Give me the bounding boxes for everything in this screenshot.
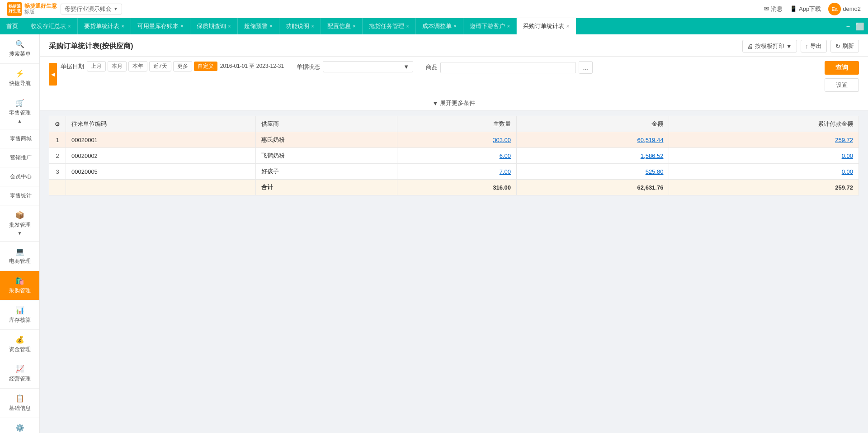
tab-label: 拖货任务管理 <box>369 22 404 30</box>
table-row[interactable]: 1 00020001 惠氏奶粉 303.00 60,519.44 259.72 <box>49 132 859 148</box>
app-icon: 📱 <box>790 5 797 12</box>
sidebar-item-label: 资金管理 <box>9 346 31 353</box>
table-container: ⚙ 往来单位编码 供应商 主数量 金额 累计付款金额 1 00020001 惠氏… <box>40 110 868 433</box>
app-download-button[interactable]: 📱 App下载 <box>790 5 821 13</box>
sidebar-item-label: 快捷导航 <box>9 80 31 87</box>
goods-input[interactable] <box>440 62 576 73</box>
tab-close-icon[interactable]: × <box>507 23 510 29</box>
print-icon: 🖨 <box>747 43 753 50</box>
tab-close-icon[interactable]: × <box>269 23 273 29</box>
tab-close-icon[interactable]: × <box>453 23 457 29</box>
filter-collapse-button[interactable]: ◀ <box>49 63 57 86</box>
tab-close-icon[interactable]: × <box>406 23 409 29</box>
tab-label: 要货单统计表 <box>84 22 119 30</box>
tab-chengben[interactable]: 成本调整单 × <box>416 18 463 34</box>
row-index: 3 <box>49 164 66 180</box>
query-button[interactable]: 查询 <box>825 61 859 75</box>
sidebar-item-basic[interactable]: 📋 基础信息 <box>0 389 39 418</box>
settings-button[interactable]: 设置 <box>825 78 859 92</box>
row-paid[interactable]: 0.00 <box>669 164 859 180</box>
date-btn-last-month[interactable]: 上月 <box>87 61 106 71</box>
basic-icon: 📋 <box>15 394 24 403</box>
sidebar: 🔍 搜索菜单 ⚡ 快捷导航 🛒 零售管理 ▲ 零售商城 营销推广 会员中心 零售… <box>0 34 40 433</box>
message-button[interactable]: ✉ 消息 <box>764 5 783 13</box>
tab-close-icon[interactable]: × <box>353 23 356 29</box>
tab-home[interactable]: 首页 <box>0 18 24 34</box>
template-print-button[interactable]: 🖨 按模板打印 ▼ <box>742 40 797 52</box>
tab-peizhi[interactable]: 配置信息 × <box>321 18 363 34</box>
table-row[interactable]: 2 00020002 飞鹤奶粉 6.00 1,586.52 0.00 <box>49 148 859 164</box>
tab-close-icon[interactable]: × <box>311 23 314 29</box>
tab-label: 配置信息 <box>327 22 351 30</box>
row-qty[interactable]: 7.00 <box>397 164 517 180</box>
user-menu[interactable]: Ea demo2 <box>828 3 861 15</box>
row-amount[interactable]: 525.80 <box>516 164 669 180</box>
table-row[interactable]: 3 00020005 好孩子 7.00 525.80 0.00 <box>49 164 859 180</box>
content-area: 采购订单统计表(按供应商) 🖨 按模板打印 ▼ ↑ 导出 ↻ 刷新 <box>40 34 868 433</box>
chevron-down-icon: ▼ <box>113 6 118 11</box>
date-btn-more[interactable]: 更多 <box>173 61 192 71</box>
tab-close-icon[interactable]: × <box>566 23 569 29</box>
workspace-name: 母婴行业演示账套 <box>65 5 112 13</box>
row-qty[interactable]: 303.00 <box>397 132 517 148</box>
tab-keyongliang[interactable]: 可用量库存账本 × <box>131 18 190 34</box>
expand-label: 展开更多条件 <box>440 99 475 107</box>
row-paid[interactable]: 0.00 <box>669 148 859 164</box>
tab-baozhiqi[interactable]: 保质期查询 × <box>190 18 238 34</box>
tab-yaohuodanjitongji[interactable]: 要货单统计表 × <box>78 18 131 34</box>
col-supplier: 供应商 <box>255 116 397 132</box>
row-paid[interactable]: 259.72 <box>669 132 859 148</box>
minimize-icon[interactable]: － <box>844 22 852 31</box>
tab-close-icon[interactable]: × <box>180 23 184 29</box>
tab-chaochu[interactable]: 超储预警 × <box>238 18 279 34</box>
sidebar-item-ops[interactable]: 📈 经营管理 <box>0 359 39 389</box>
tab-tuohuo[interactable]: 拖货任务管理 × <box>363 18 416 34</box>
sidebar-item-purchase[interactable]: 🛍️ 采购管理 <box>0 271 39 300</box>
tab-shoufayuhui[interactable]: 收发存汇总表 × <box>24 18 78 34</box>
tab-close-icon[interactable]: × <box>68 23 71 29</box>
sidebar-item-quick[interactable]: ⚡ 快捷导航 <box>0 64 39 93</box>
date-custom-button[interactable]: 自定义 <box>194 62 217 71</box>
export-button[interactable]: ↑ 导出 <box>801 40 827 52</box>
date-btn-this-year[interactable]: 本年 <box>128 61 147 71</box>
sidebar-item-finance[interactable]: 💰 资金管理 <box>0 330 39 359</box>
chevron-down-icon: ▼ <box>786 43 792 50</box>
tab-close-icon[interactable]: × <box>228 23 231 29</box>
goods-more-button[interactable]: ... <box>579 61 593 74</box>
message-label: 消息 <box>771 5 783 13</box>
maximize-icon[interactable]: ⬜ <box>855 22 864 31</box>
sidebar-item-search[interactable]: 🔍 搜索菜单 <box>0 34 39 64</box>
sidebar-item-system[interactable]: ⚙️ 系统管理 <box>0 418 39 433</box>
sidebar-item-inventory[interactable]: 📊 库存核算 <box>0 300 39 330</box>
sidebar-item-retail[interactable]: 🛒 零售管理 ▲ <box>0 93 39 129</box>
workspace-dropdown[interactable]: 母婴行业演示账套 ▼ <box>61 4 122 14</box>
sidebar-item-member[interactable]: 会员中心 <box>0 167 39 186</box>
avatar: Ea <box>828 3 841 15</box>
tab-label: 可用量库存账本 <box>137 22 179 30</box>
date-btn-7days[interactable]: 近7天 <box>149 61 171 71</box>
sidebar-item-ecommerce[interactable]: 💻 电商管理 <box>0 242 39 271</box>
tab-gongneng[interactable]: 功能说明 × <box>279 18 321 34</box>
tab-yaoqing[interactable]: 邀请下游客户 × <box>463 18 517 34</box>
tab-caigou-active[interactable]: 采购订单统计表 × <box>517 18 576 34</box>
tab-label: 邀请下游客户 <box>470 22 505 30</box>
sidebar-item-retail-shop[interactable]: 零售商城 <box>0 129 39 148</box>
date-btn-this-month[interactable]: 本月 <box>108 61 127 71</box>
page-title: 采购订单统计表(按供应商) <box>49 42 133 51</box>
filter-actions: 查询 设置 <box>825 61 859 92</box>
row-amount[interactable]: 1,586.52 <box>516 148 669 164</box>
row-amount[interactable]: 60,519.44 <box>516 132 669 148</box>
refresh-button[interactable]: ↻ 刷新 <box>830 40 859 52</box>
status-select[interactable]: ▼ <box>323 61 413 72</box>
btn-export-label: 导出 <box>810 42 822 50</box>
row-qty[interactable]: 6.00 <box>397 148 517 164</box>
sidebar-item-label: 批发管理 <box>9 221 31 229</box>
status-label: 单据状态 <box>297 63 320 71</box>
sidebar-item-marketing[interactable]: 营销推广 <box>0 148 39 167</box>
tab-label: 采购订单统计表 <box>523 22 564 30</box>
tab-close-icon[interactable]: × <box>121 23 124 29</box>
sidebar-item-batch[interactable]: 📦 批发管理 ▼ <box>0 205 39 242</box>
expand-more-button[interactable]: ▼ 展开更多条件 <box>433 99 476 107</box>
sidebar-item-retail-stat[interactable]: 零售统计 <box>0 186 39 205</box>
table-footer-row: 合计 316.00 62,631.76 259.72 <box>49 180 859 195</box>
